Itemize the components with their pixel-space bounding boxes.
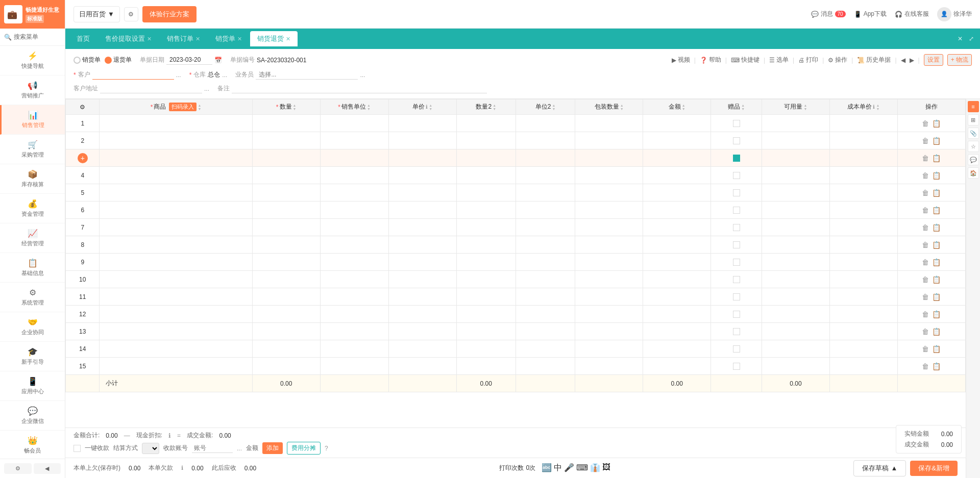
close-tab-btn[interactable]: ✕	[955, 34, 965, 43]
history-btn[interactable]: 📜 历史单据	[857, 56, 891, 64]
tab-close-icon[interactable]: ✕	[147, 36, 152, 42]
tab-sales-return[interactable]: 销货退货 ✕	[250, 31, 298, 46]
delete-btn[interactable]: 🗑	[922, 189, 929, 197]
amount-cell[interactable]	[643, 149, 711, 167]
copy-btn[interactable]: 📋	[932, 362, 941, 370]
amount-cell[interactable]	[643, 132, 711, 149]
qty2-cell[interactable]	[456, 132, 516, 149]
tab-home[interactable]: 首页	[69, 31, 97, 46]
single-debt-help[interactable]: ℹ	[181, 465, 183, 471]
sidebar-item-inventory[interactable]: 📦 库存核算	[0, 164, 65, 194]
star-btn[interactable]: ☆	[968, 141, 979, 152]
sidebar-item-sales[interactable]: 📊 销售管理	[0, 105, 65, 135]
unit-cell[interactable]	[320, 115, 388, 132]
app-download-btn[interactable]: 📱 App下载	[854, 10, 887, 18]
message-btn[interactable]: 💬 消息 70	[811, 10, 846, 18]
date-input[interactable]	[166, 55, 212, 65]
tab-price-setting[interactable]: 售价提取设置 ✕	[98, 31, 159, 46]
address-dots[interactable]: ...	[204, 85, 209, 92]
price-cell[interactable]	[388, 132, 456, 149]
select-btn[interactable]: ☰ 选单	[769, 56, 789, 64]
delete-btn[interactable]: 🗑	[922, 258, 929, 266]
sidebar-item-wechat[interactable]: 💬 企业微信	[0, 401, 65, 431]
qty-cell[interactable]	[252, 115, 320, 132]
save-new-button[interactable]: 保存&新增	[910, 461, 958, 476]
price-cell[interactable]	[388, 115, 456, 132]
account-dots[interactable]: ...	[237, 445, 242, 452]
delete-btn[interactable]: 🗑	[922, 293, 929, 301]
tab-sales-order[interactable]: 销售订单 ✕	[160, 31, 207, 46]
video-btn[interactable]: ▶ 视频	[672, 56, 690, 64]
unit-cell[interactable]	[320, 132, 388, 149]
delete-btn[interactable]: 🗑	[922, 119, 929, 128]
home-quick-btn[interactable]: 🏠	[968, 167, 979, 179]
calc-method-select[interactable]	[142, 443, 159, 454]
product-input[interactable]	[104, 155, 248, 162]
tab-sales-delivery[interactable]: 销货单 ✕	[208, 31, 249, 46]
copy-btn[interactable]: 📋	[932, 258, 941, 266]
price-info-icon[interactable]: ℹ	[426, 104, 428, 110]
available-cell[interactable]	[762, 149, 829, 167]
operations-btn[interactable]: ⚙ 操作	[828, 56, 847, 64]
nav-next-btn[interactable]: ▶	[910, 57, 914, 64]
gear-icon[interactable]: ⚙	[80, 104, 85, 111]
scan-btn[interactable]: 扫码录入	[169, 103, 197, 111]
delete-btn[interactable]: 🗑	[922, 241, 929, 249]
delete-btn[interactable]: 🗑	[922, 223, 929, 232]
delete-btn[interactable]: 🗑	[922, 345, 929, 353]
view-mode-grid-btn[interactable]: ⊞	[968, 114, 979, 125]
customer-input[interactable]	[92, 70, 174, 80]
sidebar-item-apps[interactable]: 📱 应用中心	[0, 371, 65, 401]
qty2-cell[interactable]	[456, 149, 516, 167]
sidebar-item-system[interactable]: ⚙ 系统管理	[0, 283, 65, 312]
tab-close-icon[interactable]: ✕	[195, 36, 200, 42]
available-cell[interactable]	[762, 115, 829, 132]
sidebar-item-finance[interactable]: 💰 资金管理	[0, 194, 65, 223]
sidebar-item-quick-nav[interactable]: ⚡ 快捷导航	[0, 46, 65, 76]
customer-dots[interactable]: ...	[176, 71, 181, 79]
save-draft-button[interactable]: 保存草稿 ▲	[853, 460, 906, 476]
sidebar-collapse-btn[interactable]: ◀	[34, 463, 61, 474]
copy-btn[interactable]: 📋	[932, 189, 941, 197]
unit-cell[interactable]	[320, 149, 388, 167]
product-cell[interactable]	[100, 115, 252, 132]
cost-info-icon[interactable]: ℹ	[873, 104, 875, 110]
attachment-btn[interactable]: 📎	[968, 128, 979, 139]
delete-btn[interactable]: 🗑	[922, 275, 929, 284]
warehouse-dots[interactable]: ...	[222, 71, 227, 79]
radio-sales[interactable]: 销货单	[74, 56, 101, 64]
sidebar-item-guide[interactable]: 🎓 新手引导	[0, 342, 65, 371]
available-cell[interactable]	[762, 132, 829, 149]
add-payment-btn[interactable]: 添加	[262, 442, 283, 454]
copy-btn[interactable]: 📋	[932, 223, 941, 232]
salesperson-input[interactable]	[256, 70, 358, 80]
maximize-btn[interactable]: ⤢	[967, 34, 976, 43]
delete-btn[interactable]: 🗑	[922, 328, 929, 336]
copy-btn[interactable]: 📋	[932, 206, 941, 214]
amount-cell[interactable]	[643, 115, 711, 132]
sidebar-item-member[interactable]: 👑 畅会员	[0, 431, 65, 459]
settings-button[interactable]: 设置	[924, 54, 943, 66]
fee-help-icon[interactable]: ?	[325, 445, 328, 452]
shortcuts-btn[interactable]: ⌨ 快捷键	[731, 56, 760, 64]
cost-cell[interactable]	[829, 115, 897, 132]
product-cell-active[interactable]	[100, 149, 252, 167]
delete-btn[interactable]: 🗑	[922, 171, 929, 180]
sidebar-item-marketing[interactable]: 📢 营销推广	[0, 76, 65, 105]
delete-btn[interactable]: 🗑	[922, 362, 929, 370]
pay-checkbox[interactable]	[74, 445, 81, 452]
qty2-cell[interactable]	[456, 115, 516, 132]
copy-btn[interactable]: 📋	[932, 119, 941, 128]
sidebar-settings-btn[interactable]: ⚙	[4, 463, 32, 474]
unit2-cell[interactable]	[516, 132, 575, 149]
tab-close-icon[interactable]: ✕	[286, 36, 290, 42]
copy-btn[interactable]: 📋	[932, 171, 941, 180]
print-btn[interactable]: 🖨 打印	[798, 56, 818, 64]
nav-prev-btn[interactable]: ◀	[901, 57, 905, 64]
logistics-button[interactable]: + 物流	[947, 54, 972, 66]
copy-btn[interactable]: 📋	[932, 275, 941, 284]
qty-cell[interactable]	[252, 132, 320, 149]
category-select[interactable]: 日用百货 ▼	[74, 6, 120, 22]
online-service-btn[interactable]: 🎧 在线客服	[895, 10, 929, 18]
sidebar-item-enterprise[interactable]: 🤝 企业协同	[0, 312, 65, 342]
